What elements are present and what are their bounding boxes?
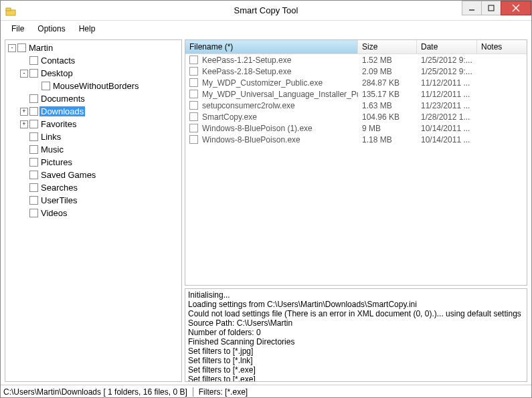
expander-spacer <box>20 95 28 103</box>
tree-node[interactable]: Saved Games <box>5 169 181 181</box>
tree-label[interactable]: UserTiles <box>39 195 78 205</box>
tree-label[interactable]: Favorites <box>39 119 78 129</box>
tree-label[interactable]: Saved Games <box>39 170 97 180</box>
expander-spacer <box>20 197 28 205</box>
window-title: Smart Copy Tool <box>1 5 531 15</box>
tree-label[interactable]: Contacts <box>39 56 76 66</box>
tree-label[interactable]: Searches <box>39 183 79 193</box>
file-row[interactable]: KeePass-1.21-Setup.exe1.52 MB1/25/2012 9… <box>185 54 527 66</box>
menubar: File Options Help <box>1 21 531 37</box>
tree-label[interactable]: Music <box>39 144 65 155</box>
tree-label[interactable]: MouseWithoutBorders <box>52 81 141 91</box>
column-notes[interactable]: Notes <box>477 40 527 54</box>
expander-spacer <box>20 133 28 141</box>
tree-checkbox[interactable] <box>29 196 38 205</box>
svg-rect-3 <box>489 5 494 11</box>
expander-spacer <box>20 146 28 154</box>
close-button[interactable] <box>501 1 531 15</box>
expander-spacer <box>20 184 28 192</box>
expand-icon[interactable]: + <box>20 108 28 116</box>
tree-checkbox[interactable] <box>29 132 38 141</box>
file-name: SmartCopy.exe <box>202 112 257 122</box>
collapse-icon[interactable]: - <box>8 44 16 52</box>
folder-tree[interactable]: -MartinContacts-DesktopMouseWithoutBorde… <box>5 39 182 382</box>
file-size: 9 MB <box>358 124 417 133</box>
file-row[interactable]: My_WDP_Universal_Language_Installer_Publ… <box>185 88 527 100</box>
file-checkbox[interactable] <box>189 124 198 132</box>
file-row[interactable]: Windows-8-BluePoison.exe1.18 MB10/14/201… <box>185 134 527 145</box>
status-path: C:\Users\Martin\Downloads [ 1 folders, 1… <box>3 387 187 397</box>
file-list[interactable]: Filename (*) Size Date Notes KeePass-1.2… <box>185 39 527 286</box>
tree-checkbox[interactable] <box>29 145 38 154</box>
status-filters: Filters: [*.exe] <box>199 387 248 397</box>
file-checkbox[interactable] <box>189 90 198 98</box>
file-row[interactable]: setupconsumerc2rolw.exe1.63 MB11/23/2011… <box>185 100 527 111</box>
titlebar: Smart Copy Tool <box>1 1 531 21</box>
tree-label[interactable]: Martin <box>27 43 54 53</box>
file-checkbox[interactable] <box>189 101 198 110</box>
tree-label[interactable]: Links <box>39 132 62 142</box>
tree-node[interactable]: -Martin <box>5 41 181 54</box>
tree-checkbox[interactable] <box>29 183 38 192</box>
menu-file[interactable]: File <box>5 23 31 35</box>
app-icon <box>5 5 17 17</box>
tree-node[interactable]: Links <box>5 130 181 143</box>
file-row[interactable]: KeePass-2.18-Setup.exe2.09 MB1/25/2012 9… <box>185 66 527 77</box>
tree-label[interactable]: Documents <box>39 94 86 104</box>
file-row[interactable]: SmartCopy.exe104.96 KB1/28/2012 1... <box>185 111 527 122</box>
file-name: My_WDP_Universal_Language_Installer_Publ… <box>202 90 358 99</box>
collapse-icon[interactable]: - <box>20 70 28 78</box>
tree-node[interactable]: Pictures <box>5 156 181 169</box>
tree-node[interactable]: Videos <box>5 207 181 219</box>
file-row[interactable]: Windows-8-BluePoison (1).exe9 MB10/14/20… <box>185 122 527 134</box>
file-name: KeePass-1.21-Setup.exe <box>202 56 291 65</box>
tree-node[interactable]: Documents <box>5 92 181 105</box>
tree-checkbox[interactable] <box>29 69 38 78</box>
tree-node[interactable]: -Desktop <box>5 67 181 80</box>
tree-node[interactable]: +Downloads <box>5 105 181 118</box>
tree-checkbox[interactable] <box>29 209 38 217</box>
maximize-button[interactable] <box>481 1 501 15</box>
expander-spacer <box>20 209 28 217</box>
file-date: 1/25/2012 9:... <box>417 56 477 65</box>
tree-label[interactable]: Pictures <box>39 157 74 167</box>
minimize-button[interactable] <box>462 1 482 15</box>
tree-checkbox[interactable] <box>41 82 50 90</box>
file-checkbox[interactable] <box>189 67 198 76</box>
tree-checkbox[interactable] <box>29 107 38 116</box>
tree-checkbox[interactable] <box>29 171 38 179</box>
tree-node[interactable]: MouseWithoutBorders <box>5 80 181 92</box>
file-checkbox[interactable] <box>189 135 198 144</box>
expander-spacer <box>20 171 28 179</box>
svg-rect-1 <box>6 8 11 11</box>
tree-node[interactable]: Music <box>5 143 181 156</box>
log-panel[interactable]: Initialising... Loading settings from C:… <box>185 288 527 382</box>
tree-checkbox[interactable] <box>17 43 26 52</box>
file-checkbox[interactable] <box>189 78 198 87</box>
tree-checkbox[interactable] <box>29 158 38 167</box>
tree-label[interactable]: Desktop <box>39 68 74 78</box>
tree-label[interactable]: Videos <box>39 208 69 218</box>
tree-label[interactable]: Downloads <box>39 106 85 116</box>
column-filename[interactable]: Filename (*) <box>185 40 358 54</box>
tree-node[interactable]: Contacts <box>5 54 181 67</box>
column-date[interactable]: Date <box>417 40 477 54</box>
tree-node[interactable]: UserTiles <box>5 194 181 207</box>
tree-node[interactable]: +Favorites <box>5 118 181 130</box>
file-name: Windows-8-BluePoison.exe <box>202 135 300 144</box>
expand-icon[interactable]: + <box>20 120 28 128</box>
menu-help[interactable]: Help <box>72 23 102 35</box>
file-row[interactable]: My_WDP_Customizer_Public.exe284.87 KB11/… <box>185 77 527 88</box>
file-date: 1/25/2012 9:... <box>417 67 477 76</box>
tree-checkbox[interactable] <box>29 120 38 128</box>
file-name: Windows-8-BluePoison (1).exe <box>202 124 313 133</box>
tree-checkbox[interactable] <box>29 56 38 65</box>
column-size[interactable]: Size <box>358 40 417 54</box>
file-checkbox[interactable] <box>189 112 198 121</box>
tree-checkbox[interactable] <box>29 94 38 103</box>
file-checkbox[interactable] <box>189 56 198 64</box>
menu-options[interactable]: Options <box>31 23 72 35</box>
tree-node[interactable]: Searches <box>5 181 181 194</box>
file-size: 2.09 MB <box>358 67 417 76</box>
file-date: 11/12/2011 ... <box>417 90 477 99</box>
